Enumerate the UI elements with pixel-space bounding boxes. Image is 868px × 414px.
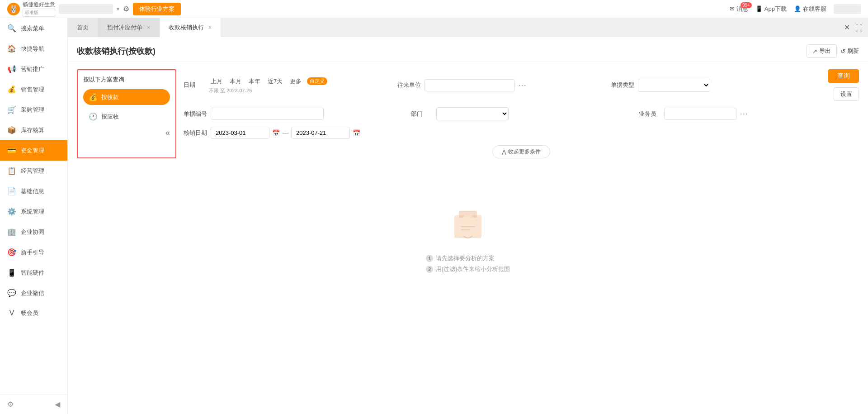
- filter-option-by-receipt[interactable]: 💰 按收款: [83, 89, 170, 105]
- page-actions: ↗ 导出 ↺ 刷新: [807, 44, 859, 58]
- filter-canceldate-field: 核销日期 📅 — 📅: [184, 127, 859, 139]
- counterparty-label: 往来单位: [397, 81, 421, 89]
- staff-label: 业务员: [639, 110, 660, 118]
- sidebar-item-hardware[interactable]: 📱 智能硬件: [0, 262, 67, 283]
- wechat-icon: 💬: [7, 289, 16, 297]
- sidebar-item-purchase[interactable]: 🛒 采购管理: [0, 100, 67, 120]
- sidebar-item-guide[interactable]: 🎯 新手引导: [0, 242, 67, 262]
- sidebar-item-member[interactable]: V 畅会员: [0, 303, 67, 323]
- basic-icon: 📄: [7, 187, 16, 195]
- purchase-icon: 🛒: [7, 105, 16, 114]
- filter-row-1: 日期 上月 本月 本年 近7天 更多 自定义 不限 至: [184, 69, 859, 101]
- sidebar-collapse-icon[interactable]: ◀: [55, 400, 60, 409]
- dept-select[interactable]: [436, 107, 509, 120]
- message-button[interactable]: ✉ 消息 99+: [730, 5, 748, 13]
- app-download-button[interactable]: 📱 App下载: [755, 5, 787, 13]
- content-area: 首页 预付冲应付单 × 收款核销执行 × ✕ ⛶ 收款核销执行(按收款): [68, 18, 868, 414]
- date-label: 日期: [184, 81, 205, 89]
- filter-area: 按以下方案查询 💰 按收款 🕐 按应收 «: [68, 62, 868, 166]
- sidebar-item-sales[interactable]: 💰 销售管理: [0, 79, 67, 100]
- date-shortcut-thismonth[interactable]: 本月: [228, 76, 243, 86]
- sidebar-item-inventory[interactable]: 📦 库存核算: [0, 120, 67, 140]
- guide-icon: 🎯: [7, 248, 16, 257]
- tab-fullscreen-button[interactable]: ⛶: [854, 22, 864, 33]
- svg-point-2: [462, 214, 473, 225]
- refresh-button[interactable]: ↺ 刷新: [840, 44, 859, 58]
- canceldate-end-input[interactable]: [291, 127, 350, 139]
- tab-close-all-button[interactable]: ✕: [842, 21, 852, 33]
- counterparty-input[interactable]: [425, 79, 515, 91]
- filter-counterparty-field: 往来单位 ···: [397, 79, 604, 91]
- sidebar-item-marketing[interactable]: 📢 营销推广: [0, 59, 67, 79]
- empty-illustration: [445, 202, 491, 247]
- page-title: 收款核销执行(按收款): [77, 46, 156, 57]
- date-custom-badge[interactable]: 自定义: [307, 77, 327, 85]
- sidebar-item-system[interactable]: ⚙️ 系统管理: [0, 201, 67, 222]
- app-badge: 标准版: [23, 9, 55, 17]
- filter-doctype-field: 单据类型: [611, 79, 817, 92]
- tab-prepay[interactable]: 预付冲应付单 ×: [98, 18, 160, 37]
- system-icon: ⚙️: [7, 207, 16, 216]
- date-shortcut-lastmonth[interactable]: 上月: [209, 76, 224, 86]
- message-badge: 99+: [741, 2, 752, 8]
- industry-solution-button[interactable]: 体验行业方案: [133, 3, 181, 15]
- tab-receipt-cancel[interactable]: 收款核销执行 ×: [160, 18, 221, 37]
- canceldate-start-input[interactable]: [211, 127, 269, 139]
- tab-home[interactable]: 首页: [68, 18, 98, 37]
- settings-gear-button[interactable]: ⚙: [123, 5, 129, 13]
- counterparty-dots[interactable]: ···: [519, 81, 527, 90]
- hardware-icon: 📱: [7, 268, 16, 277]
- collapse-more-button[interactable]: ⋀ 收起更多条件: [492, 145, 550, 158]
- filter-dept-field: 部门: [411, 107, 631, 120]
- sidebar-item-wechat[interactable]: 💬 企业微信: [0, 283, 67, 303]
- staff-input[interactable]: [664, 108, 736, 120]
- dept-label: 部门: [411, 110, 433, 118]
- tip-num-1: 1: [426, 255, 433, 262]
- filter-right-panel: 日期 上月 本月 本年 近7天 更多 自定义 不限 至: [184, 69, 859, 158]
- sidebar-item-finance[interactable]: 💳 资金管理: [0, 140, 67, 161]
- collapse-more-icon: ⋀: [502, 149, 506, 155]
- inventory-icon: 📦: [7, 126, 16, 134]
- canceldate-start-calendar-icon[interactable]: 📅: [272, 129, 280, 137]
- logo-icon: 🐰: [7, 3, 20, 15]
- sidebar-item-enterprise[interactable]: 🏢 企业协同: [0, 222, 67, 242]
- empty-state: 1 请先选择要分析的方案 2 用[过滤]条件来缩小分析范围: [68, 166, 868, 312]
- marketing-icon: 📢: [7, 65, 16, 73]
- app-logo: 🐰 畅捷通好生意 标准版: [7, 1, 55, 17]
- setting-button[interactable]: 设置: [834, 87, 859, 101]
- tab-bar: 首页 预付冲应付单 × 收款核销执行 × ✕ ⛶: [68, 18, 868, 37]
- topbar-center: ▾ ⚙ 体验行业方案: [59, 3, 181, 15]
- canceldate-end-calendar-icon[interactable]: 📅: [353, 129, 360, 137]
- filter-left-panel: 按以下方案查询 💰 按收款 🕐 按应收 «: [77, 69, 176, 158]
- filter-collapse-button[interactable]: «: [83, 128, 170, 138]
- enterprise-icon: 🏢: [7, 228, 16, 236]
- sidebar-item-basic[interactable]: 📄 基础信息: [0, 181, 67, 201]
- query-button[interactable]: 查询: [828, 69, 859, 83]
- sidebar-item-operation[interactable]: 📋 经营管理: [0, 161, 67, 181]
- company-dropdown-arrow[interactable]: ▾: [117, 6, 119, 12]
- tab-prepay-close[interactable]: ×: [147, 24, 150, 31]
- sidebar-settings-icon[interactable]: ⚙: [7, 400, 14, 409]
- export-button[interactable]: ↗ 导出: [807, 44, 837, 58]
- tab-receipt-cancel-close[interactable]: ×: [208, 24, 212, 31]
- filter-row-3: 核销日期 📅 — 📅: [184, 127, 859, 139]
- date-shortcut-more[interactable]: 更多: [288, 76, 303, 86]
- date-shortcut-7days[interactable]: 近7天: [266, 76, 284, 86]
- staff-dots[interactable]: ···: [740, 109, 748, 119]
- date-hint: 不限 至 2023-07-26: [209, 87, 327, 94]
- filter-docno-field: 单据编号: [184, 108, 404, 120]
- user-avatar-blurred[interactable]: [834, 4, 861, 14]
- date-shortcut-thisyear[interactable]: 本年: [247, 76, 262, 86]
- filter-option-by-receivable[interactable]: 🕐 按应收: [83, 109, 170, 124]
- sales-icon: 💰: [7, 85, 16, 94]
- docno-input[interactable]: [211, 108, 324, 120]
- operation-icon: 📋: [7, 167, 16, 175]
- doctype-select[interactable]: [638, 79, 710, 92]
- phone-icon: 📱: [755, 5, 763, 12]
- online-service-button[interactable]: 👤 在线客服: [794, 5, 826, 13]
- home-icon: 🏠: [7, 44, 16, 53]
- sidebar-bottom: ⚙ ◀: [0, 394, 67, 414]
- sidebar-item-search[interactable]: 🔍 搜索菜单: [0, 18, 67, 38]
- page-header: 收款核销执行(按收款) ↗ 导出 ↺ 刷新: [68, 37, 868, 62]
- sidebar-item-quicknav[interactable]: 🏠 快捷导航: [0, 38, 67, 59]
